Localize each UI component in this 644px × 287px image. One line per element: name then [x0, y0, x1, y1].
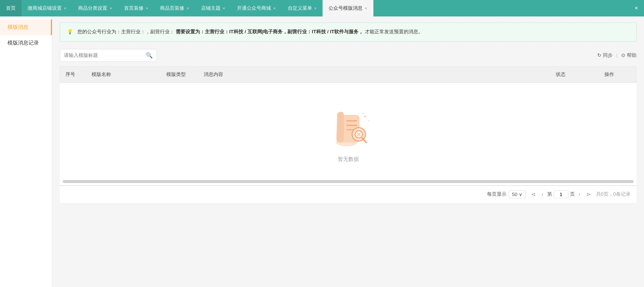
page-input[interactable] [554, 190, 568, 198]
next-page-button[interactable]: › [576, 190, 583, 198]
toolbar: 🔍 ↻ 同步 | ⊙ 帮助 [60, 49, 637, 62]
notice-text2: 才能正常发送预置的消息。 [365, 29, 423, 34]
sync-label: 同步 [603, 52, 613, 59]
col-status: 状态 [551, 66, 599, 82]
nav-item-home-decor-close[interactable]: × [146, 6, 148, 10]
sync-button[interactable]: ↻ 同步 [597, 52, 613, 59]
scroll-bar-row[interactable] [60, 178, 637, 186]
page-nav: ⊲ ‹ 第 页 › ⊳ [529, 190, 593, 198]
page-unit: 页 [570, 191, 575, 198]
nav-item-template-msg-close[interactable]: × [365, 6, 367, 10]
nav-item-custom-menu[interactable]: 自定义菜单 × [282, 0, 323, 16]
notice-box: 💡 您的公众号行业为：主营行业：，副营行业： 需要设置为：主营行业：IT科技 /… [60, 22, 637, 42]
main-content: 💡 您的公众号行业为：主营行业：，副营行业： 需要设置为：主营行业：IT科技 /… [52, 16, 644, 287]
empty-text: 暂无数据 [338, 156, 359, 163]
last-page-button[interactable]: ⊳ [584, 190, 593, 198]
col-index: 序号 [60, 66, 86, 82]
nav-item-product-decor-close[interactable]: × [187, 6, 189, 10]
nav-item-product-decor-label: 商品页装修 [160, 5, 184, 12]
sync-icon: ↻ [597, 52, 601, 58]
nav-item-category-label: 商品分类设置 [78, 5, 107, 12]
toolbar-right: ↻ 同步 | ⊙ 帮助 [597, 52, 637, 59]
nav-item-category-close[interactable]: × [110, 6, 112, 10]
notice-text1: 您的公众号行业为：主营行业：，副营行业： [77, 29, 175, 34]
help-icon: ⊙ [621, 52, 625, 58]
nav-item-open-mall-close[interactable]: × [273, 6, 275, 10]
pagination: 每页显示 50 ∨ ⊲ ‹ 第 页 › ⊳ 共0页，0条记录 [60, 186, 637, 203]
nav-item-custom-menu-close[interactable]: × [314, 6, 317, 10]
nav-item-shop-settings[interactable]: 微商城店铺设置 × [22, 0, 72, 16]
prev-page-button[interactable]: ‹ [539, 190, 546, 198]
sidebar-item-template-msg[interactable]: 模版消息 [0, 19, 52, 35]
empty-state-icon [326, 105, 371, 150]
search-input[interactable] [64, 52, 146, 58]
top-nav: 首页 微商城店铺设置 × 商品分类设置 × 首页装修 × 商品页装修 × 店铺主… [0, 0, 644, 16]
sidebar-item-template-msg-records[interactable]: 模版消息记录 [0, 35, 52, 51]
nav-item-theme-label: 店铺主题 [201, 5, 221, 12]
per-page-label: 每页显示 [487, 191, 506, 198]
nav-item-theme-close[interactable]: × [223, 6, 225, 10]
data-table: 序号 模版名称 模版类型 消息内容 状态 操作 [60, 66, 637, 83]
nav-item-theme[interactable]: 店铺主题 × [195, 0, 231, 16]
page-size-dropdown[interactable]: 50 ∨ [509, 190, 526, 198]
col-content: 消息内容 [198, 66, 551, 82]
close-all-button[interactable]: × [629, 5, 644, 12]
nav-item-shop-settings-close[interactable]: × [64, 6, 66, 10]
table-header-row: 序号 模版名称 模版类型 消息内容 状态 操作 [60, 66, 637, 82]
notice-icon: 💡 [67, 29, 73, 34]
col-action: 操作 [599, 66, 637, 82]
page-size-select: 每页显示 50 ∨ [487, 190, 526, 198]
sidebar: 模版消息 模版消息记录 [0, 16, 52, 287]
nav-item-template-msg[interactable]: 公众号模版消息 × [323, 0, 373, 16]
svg-point-10 [364, 115, 366, 117]
nav-item-category[interactable]: 商品分类设置 × [72, 0, 118, 16]
table-container: 序号 模版名称 模版类型 消息内容 状态 操作 [60, 66, 637, 203]
toolbar-divider: | [616, 52, 617, 58]
search-icon[interactable]: 🔍 [146, 52, 153, 59]
nav-item-template-msg-label: 公众号模版消息 [329, 5, 363, 12]
nav-item-home-decor-label: 首页装修 [124, 5, 144, 12]
nav-item-shop-settings-label: 微商城店铺设置 [28, 5, 62, 12]
col-type: 模版类型 [161, 66, 198, 82]
sidebar-item-template-msg-label: 模版消息 [7, 24, 28, 30]
empty-state: 暂无数据 [60, 83, 637, 178]
svg-point-12 [363, 113, 364, 114]
sidebar-item-template-msg-records-label: 模版消息记录 [7, 40, 39, 46]
page-size-chevron-icon: ∨ [519, 192, 523, 197]
scroll-track[interactable] [63, 180, 634, 183]
page-word: 第 [547, 191, 552, 198]
notice-highlight: 需要设置为：主营行业：IT科技 / 互联网|电子商务，副营行业：IT科技 / I… [176, 29, 363, 34]
nav-item-product-decor[interactable]: 商品页装修 × [154, 0, 195, 16]
nav-item-open-mall[interactable]: 开通公众号商城 × [231, 0, 281, 16]
first-page-button[interactable]: ⊲ [529, 190, 538, 198]
nav-item-home-label: 首页 [6, 5, 16, 12]
nav-item-home[interactable]: 首页 [0, 0, 22, 16]
col-name: 模版名称 [86, 66, 161, 82]
nav-item-open-mall-label: 开通公众号商城 [237, 5, 271, 12]
nav-item-custom-menu-label: 自定义菜单 [288, 5, 312, 12]
help-label: 帮助 [627, 52, 637, 59]
svg-point-11 [368, 120, 370, 122]
main-layout: 模版消息 模版消息记录 💡 您的公众号行业为：主营行业：，副营行业： 需要设置为… [0, 16, 644, 287]
search-area: 🔍 [60, 49, 157, 62]
nav-item-home-decor[interactable]: 首页装修 × [118, 0, 154, 16]
page-size-value: 50 [512, 192, 517, 197]
help-button[interactable]: ⊙ 帮助 [621, 52, 637, 59]
page-total-info: 共0页，0条记录 [596, 191, 631, 198]
